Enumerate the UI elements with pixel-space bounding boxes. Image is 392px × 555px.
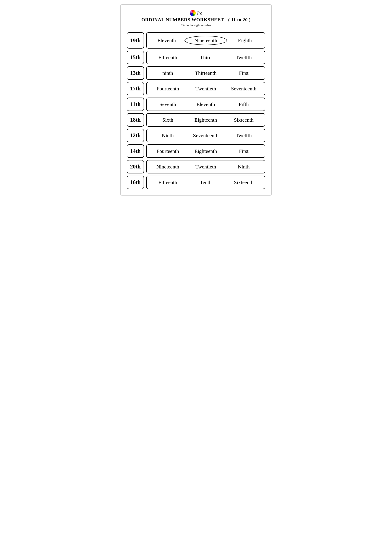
option-text[interactable]: Twentieth xyxy=(187,86,225,92)
table-row: 17thFourteenthTwentiethSeventeenth xyxy=(127,82,265,95)
option-text[interactable]: Sixteenth xyxy=(225,117,263,123)
option-text[interactable]: Ninth xyxy=(225,164,263,170)
option-text[interactable]: Eighth xyxy=(227,37,263,43)
option-text[interactable]: Third xyxy=(187,55,225,60)
option-text[interactable]: Fourteenth xyxy=(149,148,187,154)
option-text[interactable]: Fifteenth xyxy=(149,180,187,185)
options-box: FourteenthTwentiethSeventeenth xyxy=(146,82,265,95)
number-box: 16th xyxy=(127,175,144,189)
option-text[interactable]: Seventeenth xyxy=(187,133,225,139)
option-text[interactable]: Seventh xyxy=(149,102,187,107)
option-text[interactable]: Nineteenth xyxy=(185,36,227,45)
option-text[interactable]: Eighteenth xyxy=(187,148,225,154)
table-row: 14thFourteenthEighteenthFirst xyxy=(127,144,265,158)
option-text[interactable]: Fifth xyxy=(225,102,263,107)
options-box: FourteenthEighteenthFirst xyxy=(146,144,265,158)
options-box: SeventhEleventhFifth xyxy=(146,98,265,111)
logo-text: Ira xyxy=(197,11,202,16)
table-row: 19thEleventhNineteenthEighth xyxy=(127,32,265,49)
option-text[interactable]: Tenth xyxy=(187,180,225,185)
header: Ira ORDINAL NUMBERS WORKSHEET - ( 11 to … xyxy=(127,10,265,30)
number-box: 13th xyxy=(127,66,144,80)
option-text[interactable]: Eleventh xyxy=(149,37,185,43)
options-box: FifteenthTenthSixteenth xyxy=(146,175,265,189)
page: Ira ORDINAL NUMBERS WORKSHEET - ( 11 to … xyxy=(120,4,272,196)
logo-icon xyxy=(190,10,196,16)
number-box: 14th xyxy=(127,144,144,158)
option-text[interactable]: Sixteenth xyxy=(225,180,263,185)
options-box: EleventhNineteenthEighth xyxy=(146,32,265,49)
table-row: 20thNineteenthTwentiethNinth xyxy=(127,160,265,174)
option-text[interactable]: Ninth xyxy=(149,133,187,139)
table-row: 12thNinthSeventeenthTwelfth xyxy=(127,129,265,142)
option-text[interactable]: Twelfth xyxy=(225,55,263,60)
options-box: FifteenthThirdTwelfth xyxy=(146,51,265,64)
option-text[interactable]: Sixth xyxy=(149,117,187,123)
table-row: 11thSeventhEleventhFifth xyxy=(127,98,265,111)
table-row: 15thFifteenthThirdTwelfth xyxy=(127,51,265,64)
option-text[interactable]: First xyxy=(225,148,263,154)
subtitle: Circle the right number xyxy=(181,23,211,27)
number-box: 17th xyxy=(127,82,144,95)
option-text[interactable]: Eighteenth xyxy=(187,117,225,123)
table-row: 18thSixthEighteenthSixteenth xyxy=(127,113,265,127)
option-text[interactable]: Thirteenth xyxy=(187,70,225,76)
options-box: NineteenthTwentiethNinth xyxy=(146,160,265,174)
option-text[interactable]: Twentieth xyxy=(187,164,225,170)
options-box: ninthThirteenthFirst xyxy=(146,66,265,80)
number-box: 19th xyxy=(127,32,144,49)
logo-area: Ira xyxy=(190,10,202,16)
table-row: 13thninthThirteenthFirst xyxy=(127,66,265,80)
number-box: 12th xyxy=(127,129,144,142)
option-text[interactable]: Eleventh xyxy=(187,102,225,107)
option-text[interactable]: First xyxy=(225,70,263,76)
rows-container: 19thEleventhNineteenthEighth15thFifteent… xyxy=(127,32,265,189)
option-text[interactable]: Seventeenth xyxy=(225,86,263,92)
option-text[interactable]: Twelfth xyxy=(225,133,263,139)
number-box: 18th xyxy=(127,113,144,127)
option-text[interactable]: ninth xyxy=(149,70,187,76)
table-row: 16thFifteenthTenthSixteenth xyxy=(127,175,265,189)
option-text[interactable]: Fifteenth xyxy=(149,55,187,60)
option-text[interactable]: Fourteenth xyxy=(149,86,187,92)
number-box: 20th xyxy=(127,160,144,174)
options-box: SixthEighteenthSixteenth xyxy=(146,113,265,127)
options-box: NinthSeventeenthTwelfth xyxy=(146,129,265,142)
number-box: 11th xyxy=(127,98,144,111)
page-title: ORDINAL NUMBERS WORKSHEET - ( 11 to 20 ) xyxy=(142,17,250,22)
option-text[interactable]: Nineteenth xyxy=(149,164,187,170)
number-box: 15th xyxy=(127,51,144,64)
